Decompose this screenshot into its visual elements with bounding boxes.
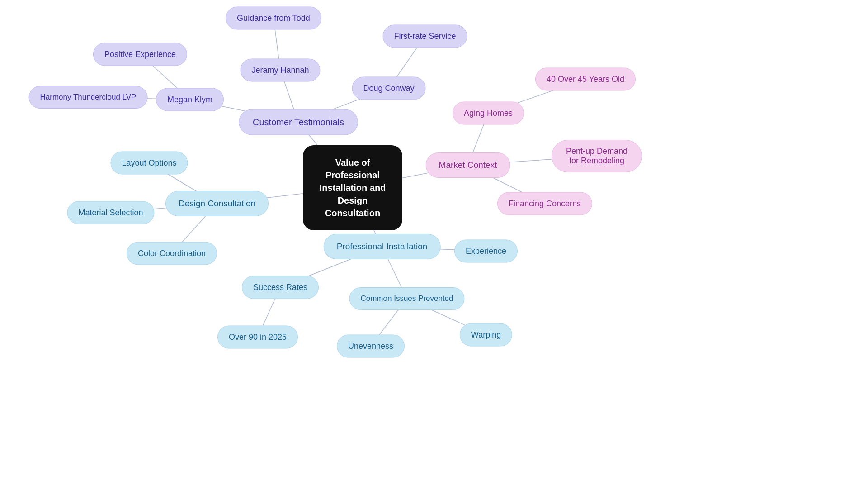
node-color_coordination[interactable]: Color Coordination: [127, 242, 217, 265]
node-center[interactable]: Value of Professional Installation and D…: [303, 145, 402, 230]
node-experience[interactable]: Experience: [454, 240, 518, 263]
node-first_rate_service[interactable]: First-rate Service: [382, 25, 467, 48]
mindmap-container: Value of Professional Installation and D…: [0, 0, 868, 490]
node-forty_over[interactable]: 40 Over 45 Years Old: [535, 68, 636, 91]
node-warping[interactable]: Warping: [460, 323, 512, 347]
node-doug_conway[interactable]: Doug Conway: [352, 77, 425, 100]
node-success_rates[interactable]: Success Rates: [242, 276, 319, 299]
node-harmony_thundercloud[interactable]: Harmony Thundercloud LVP: [29, 86, 148, 109]
node-positive_experience[interactable]: Positive Experience: [93, 43, 187, 66]
node-material_selection[interactable]: Material Selection: [67, 201, 154, 224]
node-market_context[interactable]: Market Context: [426, 152, 510, 178]
node-layout_options[interactable]: Layout Options: [110, 152, 188, 175]
node-unevenness[interactable]: Unevenness: [337, 335, 405, 358]
node-megan_klym[interactable]: Megan Klym: [156, 88, 224, 111]
node-aging_homes[interactable]: Aging Homes: [453, 102, 524, 125]
node-financing_concerns[interactable]: Financing Concerns: [497, 192, 592, 215]
node-professional_installation[interactable]: Professional Installation: [324, 234, 441, 259]
node-jeramy_hannah[interactable]: Jeramy Hannah: [240, 59, 320, 82]
node-guidance_from_todd[interactable]: Guidance from Todd: [226, 7, 321, 30]
node-over_90[interactable]: Over 90 in 2025: [217, 326, 298, 349]
node-design_consultation[interactable]: Design Consultation: [165, 191, 269, 216]
node-customer_testimonials[interactable]: Customer Testimonials: [239, 109, 358, 135]
node-pent_up_demand[interactable]: Pent-up Demand for Remodeling: [552, 140, 642, 172]
node-common_issues_prevented[interactable]: Common Issues Prevented: [349, 287, 464, 310]
